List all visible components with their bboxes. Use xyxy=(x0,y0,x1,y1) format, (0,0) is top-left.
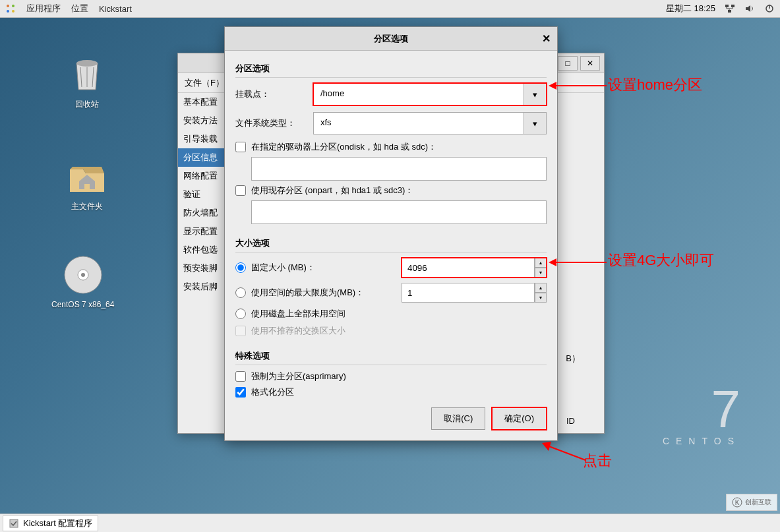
dialog-title: 分区选项 xyxy=(374,33,408,45)
sidebar-item-9[interactable]: 预安装脚 xyxy=(178,259,227,278)
spin-down-icon[interactable]: ▼ xyxy=(535,268,547,278)
power-icon[interactable] xyxy=(764,3,775,14)
svg-marker-22 xyxy=(549,82,556,90)
mount-combo[interactable]: /home ▾ xyxy=(313,83,547,105)
desktop-home[interactable]: 主文件夹 xyxy=(66,155,108,212)
svg-text:K: K xyxy=(735,499,740,506)
sidebar-item-8[interactable]: 软件包选 xyxy=(178,241,227,259)
sidebar-item-7[interactable]: 显示配置 xyxy=(178,222,227,241)
ondisk-label: 在指定的驱动器上分区(ondisk，如 hda 或 sdc)： xyxy=(251,141,436,153)
fs-value[interactable]: xfs xyxy=(313,112,524,134)
asprimary-label: 强制为主分区(asprimary) xyxy=(251,370,346,382)
recommended-checkbox xyxy=(235,326,246,336)
fs-combo[interactable]: xfs ▾ xyxy=(313,112,547,134)
taskbar: Kickstart 配置程序 xyxy=(0,514,780,532)
mount-label: 挂载点： xyxy=(235,88,308,100)
ondisk-input[interactable] xyxy=(251,157,547,181)
network-icon[interactable] xyxy=(725,3,735,14)
bg-partial-text: B） xyxy=(566,353,580,365)
section-special: 特殊选项 xyxy=(235,345,547,365)
desktop-cd[interactable]: CentOS 7 x86_64 xyxy=(51,254,114,309)
fixed-size-input[interactable] xyxy=(402,258,535,278)
svg-rect-4 xyxy=(725,5,729,7)
sidebar-item-0[interactable]: 基本配置 xyxy=(178,93,227,111)
section-size: 大小选项 xyxy=(235,232,547,252)
partition-options-dialog: 分区选项 ✕ 分区选项 挂载点： /home ▾ 文件系统类型： xfs ▾ 在… xyxy=(224,26,558,441)
centos-brand: 7 CENTOS xyxy=(663,383,740,446)
fixed-label: 固定大小 (MB)： xyxy=(251,262,315,274)
spin-down-icon-2[interactable]: ▼ xyxy=(535,293,547,303)
mount-dropdown-icon[interactable]: ▾ xyxy=(524,83,547,105)
asprimary-checkbox[interactable] xyxy=(235,371,246,382)
svg-point-2 xyxy=(7,10,9,13)
svg-point-13 xyxy=(76,60,98,67)
maxsize-label: 使用空间的最大限度为(MB)： xyxy=(251,287,364,299)
sidebar-item-1[interactable]: 安装方法 xyxy=(178,111,227,130)
top-panel: 应用程序 位置 Kickstart 星期二 18:25 xyxy=(0,0,780,18)
svg-point-3 xyxy=(12,10,15,13)
svg-rect-6 xyxy=(728,10,731,13)
ok-button[interactable]: 确定(O) xyxy=(492,407,547,430)
svg-marker-24 xyxy=(549,258,556,266)
bg-partial-id: ID xyxy=(566,416,575,426)
desktop-cd-label: CentOS 7 x86_64 xyxy=(51,300,114,309)
onpart-label: 使用现存分区 (onpart，如 hda1 或 sdc3)： xyxy=(251,185,413,196)
svg-marker-26 xyxy=(542,442,551,451)
taskbar-item[interactable]: Kickstart 配置程序 xyxy=(3,516,98,531)
watermark: K 创新互联 xyxy=(726,494,777,511)
ondisk-checkbox[interactable] xyxy=(235,142,246,152)
menu-places[interactable]: 位置 xyxy=(71,3,88,15)
dialog-close-icon[interactable]: ✕ xyxy=(542,32,551,45)
sidebar-item-5[interactable]: 验证 xyxy=(178,185,227,204)
config-sidebar: 基本配置 安装方法 引导装载 分区信息 网络配置 验证 防火墙配 显示配置 软件… xyxy=(178,93,227,433)
svg-point-20 xyxy=(81,273,85,277)
format-label: 格式化分区 xyxy=(251,386,294,398)
maxsize-input[interactable] xyxy=(402,283,535,303)
svg-point-1 xyxy=(12,5,15,7)
onpart-input[interactable] xyxy=(251,200,547,224)
maximize-button[interactable]: □ xyxy=(558,56,578,71)
file-menu[interactable]: 文件（F） xyxy=(185,77,224,89)
spin-up-icon-2[interactable]: ▲ xyxy=(535,283,547,293)
svg-point-0 xyxy=(7,5,9,7)
desktop-home-label: 主文件夹 xyxy=(66,201,108,212)
annotation-home: 设置home分区 xyxy=(608,75,702,95)
taskbar-item-label: Kickstart 配置程序 xyxy=(23,517,92,529)
desktop-trash-label: 回收站 xyxy=(66,99,108,110)
sidebar-item-3[interactable]: 分区信息 xyxy=(178,148,227,167)
section-partition: 分区选项 xyxy=(235,57,547,78)
format-checkbox[interactable] xyxy=(235,387,246,398)
cancel-button[interactable]: 取消(C) xyxy=(431,407,485,430)
menu-app[interactable]: Kickstart xyxy=(99,4,132,14)
clock[interactable]: 星期二 18:25 xyxy=(666,3,715,15)
svg-rect-5 xyxy=(731,5,735,7)
sidebar-item-4[interactable]: 网络配置 xyxy=(178,167,227,185)
sidebar-item-2[interactable]: 引导装载 xyxy=(178,130,227,148)
svg-line-25 xyxy=(547,446,585,460)
volume-icon[interactable] xyxy=(744,3,755,14)
maxsize-radio[interactable] xyxy=(235,287,246,298)
onpart-checkbox[interactable] xyxy=(235,185,246,196)
fs-dropdown-icon[interactable]: ▾ xyxy=(524,112,547,134)
fs-label: 文件系统类型： xyxy=(235,117,308,129)
annotation-click: 点击 xyxy=(583,451,612,471)
spin-up-icon[interactable]: ▲ xyxy=(535,258,547,268)
fill-label: 使用磁盘上全部未用空间 xyxy=(251,308,345,320)
recommended-label: 使用不推荐的交换区大小 xyxy=(251,325,345,337)
sidebar-item-6[interactable]: 防火墙配 xyxy=(178,204,227,222)
annotation-size: 设置4G大小即可 xyxy=(608,251,714,270)
svg-rect-27 xyxy=(10,519,18,527)
mount-value[interactable]: /home xyxy=(313,83,524,105)
close-button[interactable]: ✕ xyxy=(580,56,600,71)
sidebar-item-10[interactable]: 安装后脚 xyxy=(178,278,227,296)
menu-applications[interactable]: 应用程序 xyxy=(26,3,61,15)
app-launcher-icon[interactable] xyxy=(5,3,16,14)
fill-radio[interactable] xyxy=(235,309,246,319)
fixed-radio[interactable] xyxy=(235,262,246,273)
desktop-trash[interactable]: 回收站 xyxy=(66,53,108,110)
